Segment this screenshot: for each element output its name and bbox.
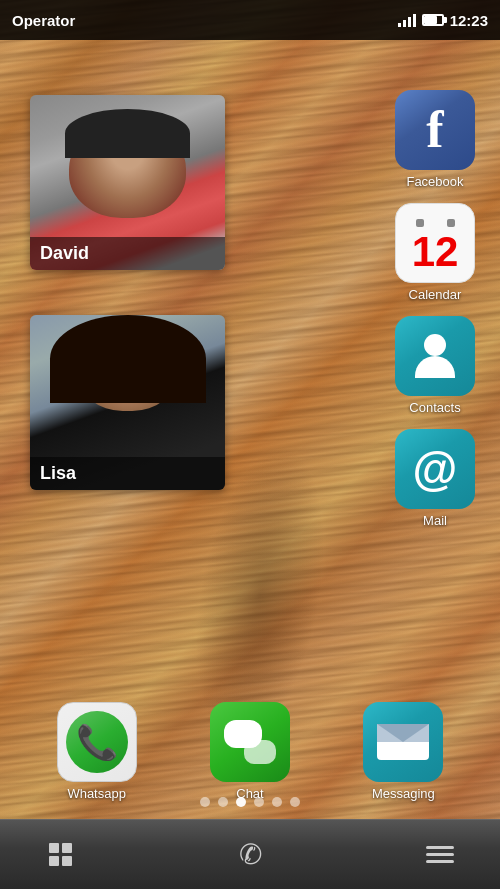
dot-3[interactable] [236,797,246,807]
mail-label: Mail [423,513,447,528]
dot-6[interactable] [290,797,300,807]
bottom-apps-row: 📞 Whatsapp Chat Messaging [0,702,500,801]
grid-icon [49,843,72,866]
whatsapp-icon: 📞 [57,702,137,782]
home-screen: David Lisa f Facebook 12 Calend [0,40,500,819]
calendar-label: Calendar [409,287,462,302]
page-indicator [0,797,500,807]
lisa-name: Lisa [30,457,225,490]
operator-label: Operator [12,12,75,29]
messaging-app[interactable]: Messaging [363,702,443,801]
facebook-app[interactable]: f Facebook [395,90,475,189]
phone-icon: ✆ [239,838,262,871]
grid-button[interactable] [30,830,90,880]
dot-2[interactable] [218,797,228,807]
contacts-icon [395,316,475,396]
status-right: 12:23 [398,12,488,29]
dot-4[interactable] [254,797,264,807]
mail-app[interactable]: @ Mail [395,429,475,528]
whatsapp-app[interactable]: 📞 Whatsapp [57,702,137,801]
contact-card-lisa[interactable]: Lisa [30,315,225,490]
facebook-label: Facebook [406,174,463,189]
dot-5[interactable] [272,797,282,807]
contacts-label: Contacts [409,400,460,415]
calendar-app[interactable]: 12 Calendar [395,203,475,302]
mail-icon: @ [395,429,475,509]
chat-icon [210,702,290,782]
battery-icon [422,14,444,26]
david-name: David [30,237,225,270]
time-display: 12:23 [450,12,488,29]
dot-1[interactable] [200,797,210,807]
facebook-icon: f [395,90,475,170]
contact-card-david[interactable]: David [30,95,225,270]
apps-column: f Facebook 12 Calendar Cont [395,90,475,528]
status-bar: Operator 12:23 [0,0,500,40]
menu-button[interactable] [410,830,470,880]
chat-app[interactable]: Chat [210,702,290,801]
signal-icon [398,13,416,27]
phone-button[interactable]: ✆ [220,830,280,880]
nav-bar: ✆ [0,819,500,889]
messaging-icon [363,702,443,782]
menu-icon [426,846,454,863]
calendar-icon: 12 [395,203,475,283]
contacts-app[interactable]: Contacts [395,316,475,415]
